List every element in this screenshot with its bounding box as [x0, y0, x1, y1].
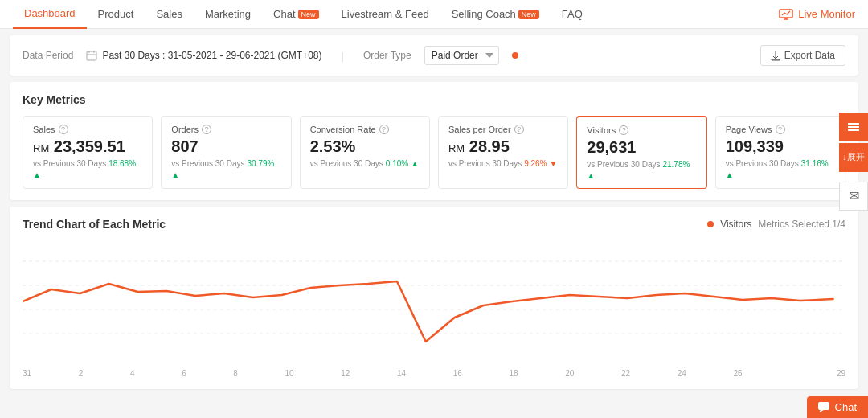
nav-sales[interactable]: Sales — [145, 0, 194, 29]
date-range-display: Past 30 Days : 31-05-2021 - 29-06-2021 (… — [86, 50, 321, 61]
metric-conversion-compare: vs Previous 30 Days 0.10% ▲ — [310, 159, 420, 168]
order-type-select[interactable]: Paid Order — [424, 46, 499, 65]
metric-visitors-name: Visitors ? — [587, 125, 696, 135]
metrics-selected-label: Metrics Selected 1/4 — [758, 219, 845, 230]
metric-orders-value: 807 — [171, 137, 280, 156]
svg-rect-12 — [848, 126, 859, 128]
orders-info-icon[interactable]: ? — [202, 125, 211, 134]
chat-button[interactable]: Chat — [807, 396, 868, 418]
export-data-button[interactable]: Export Data — [760, 45, 845, 66]
right-sidebar: ↓ 展开 ✉ — [839, 113, 868, 211]
nav-product[interactable]: Product — [87, 0, 145, 29]
calendar-icon — [86, 50, 97, 61]
metric-visitors: Visitors ? 29,631 vs Previous 30 Days 21… — [576, 116, 706, 189]
sales-info-icon[interactable]: ? — [59, 125, 68, 134]
nav-livestream[interactable]: Livestream & Feed — [330, 0, 440, 29]
nav-dashboard[interactable]: Dashboard — [13, 0, 87, 29]
trend-chart-section: Trend Chart of Each Metric Visitors Metr… — [10, 207, 858, 389]
metric-visitors-value: 29,631 — [587, 138, 696, 157]
pv-info-icon[interactable]: ? — [776, 125, 785, 134]
trend-chart-svg — [23, 237, 845, 366]
nav-faq[interactable]: FAQ — [551, 0, 594, 29]
mail-icon: ✉ — [849, 188, 859, 203]
chart-container — [23, 237, 845, 366]
metric-orders-compare: vs Previous 30 Days 30.79% ▲ — [171, 159, 280, 179]
status-dot — [512, 52, 518, 59]
download-icon — [771, 51, 780, 61]
nav-selling-coach[interactable]: Selling Coach New — [440, 0, 551, 29]
metric-spo-value: RM 28.95 — [448, 137, 558, 156]
metric-orders: Orders ? 807 vs Previous 30 Days 30.79% … — [161, 116, 291, 189]
svg-rect-11 — [848, 123, 859, 125]
navigation: Dashboard Product Sales Marketing Chat N… — [0, 0, 868, 29]
date-range-text: Past 30 Days : 31-05-2021 - 29-06-2021 (… — [102, 50, 321, 61]
data-period-label: Data Period — [23, 50, 73, 61]
metric-spo-name: Sales per Order ? — [448, 125, 558, 134]
order-type-label: Order Type — [363, 50, 411, 61]
nav-marketing[interactable]: Marketing — [194, 0, 262, 29]
filter-separator: | — [342, 50, 344, 62]
nav-chat[interactable]: Chat New — [262, 0, 330, 29]
nav-items: Dashboard Product Sales Marketing Chat N… — [13, 0, 779, 29]
svg-rect-14 — [818, 402, 829, 410]
metric-conversion-value: 2.53% — [310, 137, 420, 156]
metric-pv-value: 109,339 — [726, 137, 835, 156]
metric-spo-compare: vs Previous 30 Days 9.26% ▼ — [448, 159, 558, 168]
metric-pv-name: Page Views ? — [726, 125, 835, 134]
metrics-grid: Sales ? RM 23,359.51 vs Previous 30 Days… — [23, 116, 845, 189]
metric-sales: Sales ? RM 23,359.51 vs Previous 30 Days… — [23, 116, 153, 189]
metric-sales-compare: vs Previous 30 Days 18.68% ▲ — [33, 159, 142, 179]
chat-bubble-icon — [818, 402, 831, 412]
svg-marker-15 — [819, 410, 824, 412]
conversion-info-icon[interactable]: ? — [379, 125, 389, 134]
spo-info-icon[interactable]: ? — [514, 125, 524, 134]
visitors-legend-dot — [707, 221, 714, 227]
metric-page-views: Page Views ? 109,339 vs Previous 30 Days… — [715, 116, 845, 189]
metric-pv-compare: vs Previous 30 Days 31.16% ▲ — [726, 159, 835, 179]
mail-button[interactable]: ✉ — [839, 182, 868, 211]
metric-conversion-name: Conversion Rate ? — [310, 125, 420, 134]
trend-legend: Visitors Metrics Selected 1/4 — [707, 219, 845, 230]
expand-label: 展开 — [847, 152, 865, 162]
key-metrics-section: Key Metrics Sales ? RM 23,359.51 vs Prev… — [10, 82, 858, 200]
chat-label: Chat — [835, 401, 857, 413]
metric-sales-per-order: Sales per Order ? RM 28.95 vs Previous 3… — [438, 116, 568, 189]
key-metrics-title: Key Metrics — [23, 93, 845, 106]
chat-badge: New — [298, 10, 319, 19]
metric-sales-name: Sales ? — [33, 125, 142, 134]
monitor-icon — [779, 9, 793, 20]
svg-rect-13 — [848, 129, 859, 131]
live-monitor-button[interactable]: Live Monitor — [779, 8, 855, 20]
menu-icon — [846, 121, 861, 133]
chart-x-axis: 31 2 4 6 8 10 12 14 16 18 20 22 24 26 29 — [23, 366, 845, 378]
metric-visitors-compare: vs Previous 30 Days 21.78% ▲ — [587, 160, 696, 180]
metric-conversion: Conversion Rate ? 2.53% vs Previous 30 D… — [300, 116, 430, 189]
live-monitor-label: Live Monitor — [798, 8, 855, 20]
svg-rect-3 — [87, 51, 96, 60]
visitors-legend-label: Visitors — [720, 219, 751, 230]
filter-bar: Data Period Past 30 Days : 31-05-2021 - … — [10, 35, 858, 76]
main-content: Key Metrics Sales ? RM 23,359.51 vs Prev… — [10, 82, 858, 389]
trend-title: Trend Chart of Each Metric — [23, 218, 166, 231]
expand-button[interactable]: ↓ 展开 — [839, 143, 868, 172]
visitors-info-icon[interactable]: ? — [619, 125, 628, 135]
metric-sales-value: RM 23,359.51 — [33, 137, 142, 156]
selling-coach-badge: New — [518, 10, 539, 19]
sidebar-menu-button[interactable] — [839, 113, 868, 141]
metric-orders-name: Orders ? — [171, 125, 280, 134]
trend-header: Trend Chart of Each Metric Visitors Metr… — [23, 218, 845, 231]
